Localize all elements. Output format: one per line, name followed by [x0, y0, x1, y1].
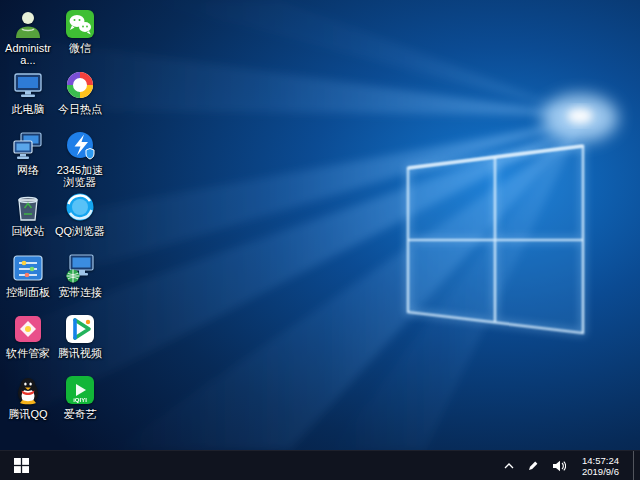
icon-label: QQ浏览器: [55, 225, 105, 237]
icon-label: 爱奇艺: [64, 408, 97, 420]
software-manager-icon: [12, 313, 44, 345]
desktop-icon-grid: Administra... 此电脑: [2, 8, 106, 435]
desktop-icon-administrator[interactable]: Administra...: [2, 8, 54, 69]
desktop-icon-2345-browser[interactable]: 2345加速浏览器: [54, 130, 106, 191]
desktop-icon-broadband[interactable]: 宽带连接: [54, 252, 106, 313]
taskbar-empty-area[interactable]: [42, 451, 502, 480]
tencent-video-icon: [64, 313, 96, 345]
start-button[interactable]: [0, 451, 42, 480]
icon-label: 宽带连接: [58, 286, 102, 298]
iqiyi-icon: iQIYI: [64, 374, 96, 406]
icon-label: 今日热点: [58, 103, 102, 115]
icon-label: 控制面板: [6, 286, 50, 298]
hotspot-swirl-icon: [64, 69, 96, 101]
desktop-icon-software-manager[interactable]: 软件管家: [2, 313, 54, 374]
recycle-bin-icon: [12, 191, 44, 223]
qq-penguin-icon: [12, 374, 44, 406]
clock-date: 2019/9/6: [582, 466, 619, 477]
computer-monitor-icon: [12, 69, 44, 101]
show-desktop-button[interactable]: [633, 451, 638, 480]
control-panel-icon: [12, 252, 44, 284]
iqiyi-wordmark: iQIYI: [73, 397, 87, 403]
desktop-icon-this-pc[interactable]: 此电脑: [2, 69, 54, 130]
user-folder-icon: [12, 8, 44, 40]
desktop[interactable]: Administra... 此电脑: [0, 0, 640, 450]
icon-label: 2345加速浏览器: [54, 164, 106, 189]
desktop-icon-tencent-video[interactable]: 腾讯视频: [54, 313, 106, 374]
taskbar-clock[interactable]: 14:57:24 2019/9/6: [577, 455, 624, 477]
desktop-icon-today-hotspot[interactable]: 今日热点: [54, 69, 106, 130]
network-computers-icon: [12, 130, 44, 162]
pen-input-icon[interactable]: [525, 451, 541, 480]
desktop-icon-tencent-qq[interactable]: 腾讯QQ: [2, 374, 54, 435]
wechat-icon: [64, 8, 96, 40]
desktop-icon-qq-browser[interactable]: QQ浏览器: [54, 191, 106, 252]
icon-label: 网络: [17, 164, 39, 176]
desktop-icon-control-panel[interactable]: 控制面板: [2, 252, 54, 313]
windows-logo-icon: [14, 458, 29, 473]
qq-browser-icon: [64, 191, 96, 223]
desktop-icon-iqiyi[interactable]: iQIYI 爱奇艺: [54, 374, 106, 435]
system-tray: 14:57:24 2019/9/6: [502, 451, 640, 480]
icon-label: 腾讯视频: [58, 347, 102, 359]
icon-label: 此电脑: [12, 103, 45, 115]
broadband-connection-icon: [64, 252, 96, 284]
icon-label: 软件管家: [6, 347, 50, 359]
taskbar: 14:57:24 2019/9/6: [0, 450, 640, 480]
2345-browser-icon: [64, 130, 96, 162]
volume-icon[interactable]: [550, 451, 568, 480]
icon-label: 微信: [69, 42, 91, 54]
icon-label: Administra...: [2, 42, 54, 67]
tray-expand-arrow-icon[interactable]: [502, 451, 516, 480]
icon-label: 腾讯QQ: [8, 408, 47, 420]
icon-label: 回收站: [12, 225, 45, 237]
desktop-icon-wechat[interactable]: 微信: [54, 8, 106, 69]
desktop-icon-network[interactable]: 网络: [2, 130, 54, 191]
clock-time: 14:57:24: [582, 455, 619, 466]
desktop-icon-recycle-bin[interactable]: 回收站: [2, 191, 54, 252]
